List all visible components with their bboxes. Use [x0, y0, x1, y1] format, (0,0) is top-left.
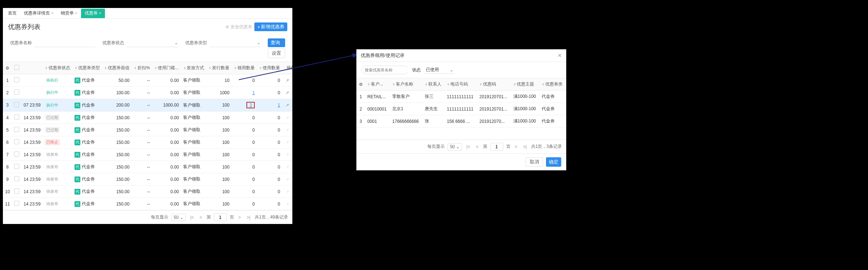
- row-checkbox[interactable]: [14, 164, 19, 169]
- last-page-button[interactable]: >|: [245, 215, 252, 220]
- table-row[interactable]: 11 14 23:59 待发布 代代金券 150.00 -- 0.00 客户领取…: [3, 198, 292, 210]
- next-page-button[interactable]: >: [237, 215, 242, 220]
- modal-prev-page[interactable]: <: [474, 144, 480, 149]
- sort-icon[interactable]: ▲▼: [479, 83, 482, 86]
- sort-icon[interactable]: ▲▼: [75, 67, 77, 70]
- filter-status-label: 优惠券状态: [102, 40, 124, 46]
- confirm-button[interactable]: 确定: [546, 157, 561, 167]
- sort-icon[interactable]: ▲▼: [208, 67, 211, 70]
- filter-bar: 优惠券名称 优惠券状态 ⌄ 优惠券类型 ⌄ 查询 设置: [3, 35, 292, 62]
- row-checkbox[interactable]: [14, 127, 19, 132]
- sort-icon[interactable]: ▲▼: [367, 83, 370, 86]
- tab-销货单[interactable]: 销货单×: [57, 9, 81, 18]
- status-badge: 执行中: [45, 90, 60, 96]
- sort-icon[interactable]: ▲▼: [234, 67, 237, 70]
- modal-pagination: 每页显示 50 ⌄ |< < 第 页 > >| 共1页，3条记录: [356, 140, 566, 153]
- page-input[interactable]: [214, 213, 227, 221]
- table-row[interactable]: 3 07 23:59 执行中 代代金券 200.00 -- 1000.00 客户…: [3, 99, 292, 112]
- share-icon[interactable]: ↗: [285, 78, 289, 83]
- gear-icon[interactable]: ⚙: [5, 66, 9, 71]
- col-header[interactable]: ⚙: [3, 62, 12, 74]
- chevron-down-icon: ⌄: [450, 67, 453, 72]
- table-row[interactable]: 2 00010001 北京1 唐先生 11111111111 201912070…: [356, 103, 566, 115]
- close-icon[interactable]: ×: [75, 11, 77, 15]
- sort-icon[interactable]: ▲▼: [45, 67, 48, 70]
- search-coupon-input[interactable]: ⌕: [361, 66, 408, 74]
- row-checkbox[interactable]: [14, 77, 19, 82]
- modal-per-page-select[interactable]: 50 ⌄: [448, 143, 462, 150]
- gear-icon[interactable]: ⚙: [359, 82, 363, 87]
- sort-icon[interactable]: ▲▼: [183, 67, 186, 70]
- table-row[interactable]: 1 RETAIL... 零散客户 张三 11111111111 20191207…: [356, 91, 566, 103]
- tab-优惠券详情页[interactable]: 优惠券详情页×: [20, 9, 57, 18]
- filter-name-input[interactable]: [34, 38, 95, 47]
- filter-type-select[interactable]: ⌄: [209, 38, 261, 47]
- table-row[interactable]: 4 14 23:59 已过期 代代金券 150.00 -- 0.00 客户领取 …: [3, 112, 292, 124]
- select-all-checkbox[interactable]: [14, 65, 19, 70]
- share-icon[interactable]: ↗: [285, 103, 289, 108]
- table-row[interactable]: 1 待执行 代代金券 50.00 -- 0.00 客户领取 10 0 0 ↗ ▦: [3, 74, 292, 87]
- claimed-count-link[interactable]: 1: [252, 90, 255, 95]
- col-header[interactable]: [12, 62, 21, 74]
- prev-page-button[interactable]: <: [198, 215, 204, 220]
- used-count-link[interactable]: 1: [278, 103, 280, 108]
- tab-首页[interactable]: 首页: [4, 9, 20, 18]
- table-row[interactable]: 5 14 23:59 已过期 代代金券 150.00 -- 0.00 客户领取 …: [3, 124, 292, 136]
- claimed-count-link[interactable]: 3: [249, 103, 252, 108]
- row-checkbox[interactable]: [14, 115, 19, 120]
- close-icon[interactable]: ×: [51, 11, 54, 15]
- table-row[interactable]: 9 14 23:59 待发布 代代金券 150.00 -- 0.00 客户领取 …: [3, 173, 292, 186]
- status-badge: 待发布: [45, 201, 60, 207]
- table-row[interactable]: 7 14 23:59 待发布 代代金券 150.00 -- 0.00 客户领取 …: [3, 149, 292, 161]
- table-row[interactable]: 3 0001 17666666666 张 156 6666 ... 201912…: [356, 115, 566, 128]
- modal-next-page[interactable]: >: [513, 144, 519, 149]
- query-button[interactable]: 查询: [268, 38, 285, 47]
- add-coupon-button[interactable]: + 新增优惠券: [254, 22, 287, 31]
- page-summary: 共1页，49条记录: [255, 214, 288, 220]
- sort-icon[interactable]: ▲▼: [104, 67, 107, 70]
- cancel-button[interactable]: 取消: [526, 157, 543, 167]
- share-icon: ↗: [285, 177, 289, 182]
- status-badge: 待发布: [45, 164, 60, 170]
- row-checkbox[interactable]: [14, 201, 19, 206]
- row-checkbox[interactable]: [14, 188, 19, 194]
- table-row[interactable]: 2 执行中 代代金券 100.00 -- 0.00 客户领取 1000 1 0 …: [3, 87, 292, 99]
- close-icon[interactable]: ✕: [558, 53, 562, 58]
- issue-coupon-button[interactable]: ⊕ 发放优惠券: [225, 24, 252, 30]
- sort-icon[interactable]: ▲▼: [513, 83, 516, 86]
- row-checkbox[interactable]: [14, 176, 19, 181]
- modal-first-page[interactable]: |<: [465, 144, 471, 149]
- table-row[interactable]: 6 14 23:59 已终止 代代金券 150.00 -- 0.00 客户领取 …: [3, 136, 292, 149]
- col-header: ▲▼客户...: [365, 78, 390, 91]
- share-icon[interactable]: ↗: [285, 90, 289, 95]
- plus-circle-icon: ⊕: [225, 24, 229, 29]
- table-row[interactable]: 10 14 23:59 待发布 代代金券 150.00 -- 0.00 客户领取…: [3, 186, 292, 198]
- col-header: ▲▼折扣%: [132, 62, 152, 74]
- row-checkbox[interactable]: [14, 151, 19, 157]
- modal-page-input[interactable]: [490, 143, 503, 150]
- row-checkbox[interactable]: [14, 102, 19, 107]
- sort-icon[interactable]: ▲▼: [134, 67, 137, 70]
- table-row[interactable]: 8 14 23:59 待发布 代代金券 150.00 -- 0.00 客户领取 …: [3, 161, 292, 173]
- modal-last-page[interactable]: >|: [522, 144, 528, 149]
- tab-优惠券[interactable]: 优惠券×: [81, 9, 105, 18]
- settings-button[interactable]: 设置: [268, 49, 285, 58]
- sort-icon[interactable]: ▲▼: [542, 83, 545, 86]
- first-page-button[interactable]: |<: [189, 215, 195, 220]
- sort-icon[interactable]: ▲▼: [259, 67, 262, 70]
- row-checkbox[interactable]: [14, 90, 19, 95]
- filter-status-select[interactable]: ⌄: [126, 38, 178, 47]
- row-checkbox[interactable]: [14, 139, 19, 144]
- close-icon[interactable]: ×: [99, 11, 101, 15]
- modal-status-select[interactable]: 已使用 ⌄: [424, 66, 455, 74]
- sort-icon[interactable]: ▲▼: [447, 83, 450, 86]
- col-header[interactable]: ⚙: [356, 78, 365, 91]
- modal-title: 优惠券领用/使用记录: [361, 52, 405, 59]
- per-page-select[interactable]: 50 ⌄: [171, 214, 186, 221]
- tabs-bar: 首页优惠券详情页×销货单×优惠券×: [3, 8, 292, 19]
- sort-icon[interactable]: ▲▼: [154, 67, 157, 70]
- status-badge: 待发布: [45, 188, 60, 195]
- sort-icon[interactable]: ▲▼: [392, 83, 395, 86]
- chevron-down-icon: ⌄: [257, 40, 261, 45]
- sort-icon[interactable]: ▲▼: [425, 83, 428, 86]
